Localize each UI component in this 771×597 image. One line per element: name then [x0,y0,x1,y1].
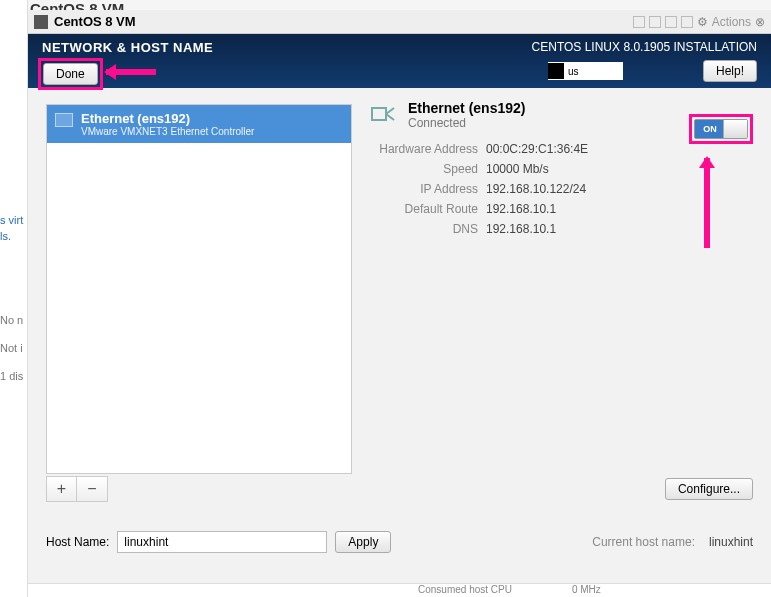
toggle-knob [723,120,747,138]
prop-key: Speed [368,162,478,176]
bg-frag: No n [0,314,27,326]
hostname-row: Host Name: Apply Current host name: linu… [46,531,753,553]
installer-header: NETWORK & HOST NAME CENTOS LINUX 8.0.190… [28,34,771,88]
highlight-done: Done [38,58,103,90]
bottom-fragment: Consumed host CPU 0 MHz [28,583,771,597]
prop-val: 10000 Mb/s [486,162,549,176]
prop-key: IP Address [368,182,478,196]
current-hostname-value: linuxhint [709,535,753,549]
prop-key: DNS [368,222,478,236]
interface-name: Ethernet (ens192) [81,111,254,126]
add-remove-toolbar: + − [46,476,108,502]
window-control-icon[interactable] [665,16,677,28]
current-hostname-label: Current host name: [592,535,695,549]
highlight-toggle: ON [689,114,753,144]
window-control-icon[interactable] [681,16,693,28]
prop-val: 192.168.10.1 [486,222,556,236]
detail-status: Connected [408,116,525,130]
hostname-input[interactable] [117,531,327,553]
hostname-label: Host Name: [46,535,109,549]
gear-icon[interactable]: ⚙ [697,15,708,29]
detail-name: Ethernet (ens192) [408,100,525,116]
connection-toggle[interactable]: ON [694,119,748,139]
window-control-icon[interactable] [649,16,661,28]
help-button[interactable]: Help! [703,60,757,82]
window-control-icon[interactable] [633,16,645,28]
ethernet-icon [55,113,73,127]
cpu-value: 0 MHz [542,584,631,597]
interface-sub: VMware VMXNET3 Ethernet Controller [81,126,254,137]
interface-list[interactable]: Ethernet (ens192) VMware VMXNET3 Etherne… [46,104,352,474]
prop-val: 192.168.10.1 [486,202,556,216]
prop-val: 192.168.10.122/24 [486,182,586,196]
close-icon[interactable]: ⊗ [755,15,765,29]
interface-item[interactable]: Ethernet (ens192) VMware VMXNET3 Etherne… [47,105,351,143]
remove-interface-button[interactable]: − [77,477,107,501]
bg-frag: ls. [0,230,27,242]
ethernet-large-icon [368,102,398,128]
actions-menu[interactable]: Actions [712,15,751,29]
vm-name: CentOS 8 VM [54,14,136,29]
toggle-on-label: ON [695,120,725,138]
bg-frag: 1 dis [0,370,27,382]
prop-key: Hardware Address [368,142,478,156]
annotation-arrow-icon [96,66,156,78]
content-area: Ethernet (ens192) VMware VMXNET3 Etherne… [28,88,771,597]
kb-layout-text: us [568,66,579,77]
keyboard-layout[interactable]: us [548,62,623,80]
svg-rect-0 [372,108,386,120]
bg-frag: s virt [0,214,27,226]
detail-properties: Hardware Address00:0C:29:C1:36:4E Speed1… [368,142,753,236]
prop-key: Default Route [368,202,478,216]
done-button[interactable]: Done [43,63,98,85]
cpu-label: Consumed host CPU [388,584,542,597]
add-interface-button[interactable]: + [47,477,77,501]
annotation-arrow-icon [701,148,713,248]
install-label: CENTOS LINUX 8.0.1905 INSTALLATION [532,40,757,54]
configure-button[interactable]: Configure... [665,478,753,500]
vm-icon [34,15,48,29]
interface-detail: Ethernet (ens192) Connected ON Hardware … [368,100,753,242]
background-panel: s virt ls. No n Not i 1 dis [0,0,28,597]
bg-frag: Not i [0,342,27,354]
keyboard-icon [548,63,564,79]
vm-titlebar: CentOS 8 VM ⚙ Actions ⊗ [28,10,771,34]
apply-button[interactable]: Apply [335,531,391,553]
prop-val: 00:0C:29:C1:36:4E [486,142,588,156]
